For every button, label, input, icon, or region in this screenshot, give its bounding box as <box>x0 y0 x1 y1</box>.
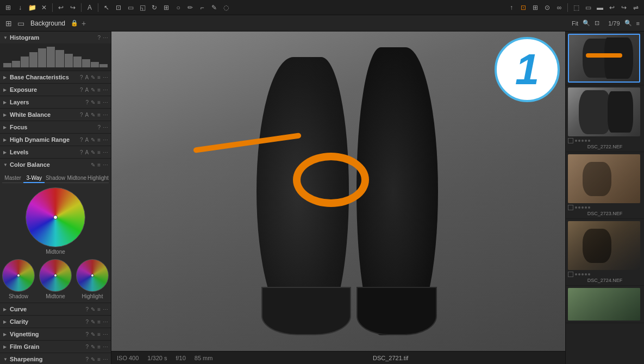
hdr-help-icon[interactable]: ? <box>79 137 84 143</box>
select-icon[interactable]: ↖ <box>102 3 111 12</box>
master-color-wheel[interactable] <box>26 187 85 247</box>
monitor-icon[interactable]: ▭ <box>583 3 593 12</box>
panel-header-clarity[interactable]: ▶ Clarity ? ✎ ≡ ⋯ <box>0 316 111 328</box>
lines-icon[interactable]: ⊞ <box>161 3 171 12</box>
thumb-checkbox-4[interactable] <box>568 272 573 277</box>
cb-edit-icon[interactable]: ✎ <box>90 162 96 168</box>
thumbnail-item-2[interactable]: DSC_2722.NEF <box>566 85 644 152</box>
exposure-help-icon[interactable]: ? <box>79 87 84 93</box>
panel-header-focus[interactable]: ▶ Focus ? ⋯ <box>0 121 111 133</box>
grid-mode-icon[interactable]: ⊞ <box>4 19 13 28</box>
transform-icon[interactable]: ◱ <box>137 3 147 12</box>
highlight-color-wheel[interactable] <box>76 259 109 292</box>
panel-header-film-grain[interactable]: ▶ Film Grain ? ✎ ≡ ⋯ <box>0 341 111 353</box>
brush-icon[interactable]: ⌐ <box>197 3 207 12</box>
panel-header-color-balance[interactable]: ▼ Color Balance ✎ ≡ ⋯ <box>0 159 111 171</box>
base-list-icon[interactable]: ≡ <box>97 74 101 80</box>
back-icon[interactable]: ↩ <box>607 3 617 12</box>
tab-shadow[interactable]: Shadow <box>45 174 66 183</box>
cb-menu-icon[interactable]: ⋯ <box>102 162 109 168</box>
tab-3way[interactable]: 3-Way <box>23 174 45 183</box>
badge-icon[interactable]: ⊡ <box>518 3 528 12</box>
thumbnail-item-4[interactable]: DSC_2724.NEF <box>566 219 644 286</box>
thumbnail-item-3[interactable]: DSC_2723.NEF <box>566 152 644 219</box>
pen-icon[interactable]: ✏ <box>185 3 195 12</box>
base-A-icon[interactable]: A <box>84 74 89 80</box>
layers-edit-icon[interactable]: ✎ <box>90 99 96 105</box>
filter-icon[interactable]: ≡ <box>636 20 640 27</box>
levels-list-icon[interactable]: ≡ <box>97 149 101 155</box>
panel-header-layers[interactable]: ▶ Layers ? ✎ ≡ ⋯ <box>0 96 111 108</box>
clarity-edit-icon[interactable]: ✎ <box>90 319 96 325</box>
exposure-list-icon[interactable]: ≡ <box>97 87 101 93</box>
eraser-icon[interactable]: ◌ <box>221 3 231 12</box>
redo-icon[interactable]: ↪ <box>68 3 78 12</box>
levels-edit-icon[interactable]: ✎ <box>90 149 96 155</box>
vignetting-menu-icon[interactable]: ⋯ <box>102 331 109 337</box>
panel-header-white-balance[interactable]: ▶ White Balance ? A ✎ ≡ ⋯ <box>0 109 111 121</box>
compare-icon[interactable]: ⇌ <box>631 3 641 12</box>
shadow-color-wheel[interactable] <box>2 259 35 292</box>
vignetting-list-icon[interactable]: ≡ <box>97 331 101 337</box>
single-mode-icon[interactable]: ▭ <box>16 19 25 28</box>
panel-header-levels[interactable]: ▶ Levels ? A ✎ ≡ ⋯ <box>0 146 111 158</box>
panel-header-base-characteristics[interactable]: ▶ Base Characteristics ? A ✎ ≡ ⋯ <box>0 71 111 83</box>
focus-help-icon[interactable]: ? <box>97 124 101 130</box>
panel-icon[interactable]: ▬ <box>595 3 605 12</box>
sharp-help-icon[interactable]: ? <box>85 356 90 362</box>
close-icon[interactable]: ✕ <box>39 3 49 12</box>
thumb-checkbox-2[interactable] <box>568 138 573 143</box>
levels-A-icon[interactable]: A <box>84 149 89 155</box>
grid-icon[interactable]: ⊞ <box>530 3 540 12</box>
clarity-help-icon[interactable]: ? <box>85 319 90 325</box>
circle-icon[interactable]: ○ <box>173 3 183 12</box>
panel-header-exposure[interactable]: ▶ Exposure ? A ✎ ≡ ⋯ <box>0 84 111 96</box>
vignetting-help-icon[interactable]: ? <box>85 331 90 337</box>
exposure-edit-icon[interactable]: ✎ <box>90 87 96 93</box>
glasses-icon[interactable]: ⊙ <box>542 3 552 12</box>
expand-icon[interactable]: ⬚ <box>571 3 581 12</box>
hdr-edit-icon[interactable]: ✎ <box>90 137 96 143</box>
upload-icon[interactable]: ↑ <box>507 3 516 12</box>
sharp-edit-icon[interactable]: ✎ <box>90 356 96 362</box>
layers-list-icon[interactable]: ≡ <box>97 99 101 105</box>
fg-edit-icon[interactable]: ✎ <box>90 344 96 350</box>
thumbnail-item-1[interactable] <box>566 32 644 85</box>
histogram-menu-icon[interactable]: ⋯ <box>102 35 109 41</box>
square-icon[interactable]: ▭ <box>126 3 135 12</box>
histogram-help-icon[interactable]: ? <box>97 35 101 41</box>
infinity-icon[interactable]: ∞ <box>554 3 564 12</box>
wb-menu-icon[interactable]: ⋯ <box>102 112 109 118</box>
search-icon[interactable]: 🔍 <box>624 20 632 27</box>
layers-help-icon[interactable]: ? <box>85 99 90 105</box>
levels-menu-icon[interactable]: ⋯ <box>102 149 109 155</box>
fg-help-icon[interactable]: ? <box>85 344 90 350</box>
hdr-list-icon[interactable]: ≡ <box>97 137 101 143</box>
base-menu-icon[interactable]: ⋯ <box>102 74 109 80</box>
tab-highlight[interactable]: Highlight <box>87 174 109 183</box>
clarity-menu-icon[interactable]: ⋯ <box>102 319 109 325</box>
new-icon[interactable]: ⊞ <box>3 3 13 12</box>
rotate-icon[interactable]: ↻ <box>149 3 159 12</box>
wb-help-icon[interactable]: ? <box>79 112 84 118</box>
sharp-menu-icon[interactable]: ⋯ <box>102 356 109 362</box>
sharp-list-icon[interactable]: ≡ <box>97 356 101 362</box>
wb-list-icon[interactable]: ≡ <box>97 112 101 118</box>
layers-menu-icon[interactable]: ⋯ <box>102 99 109 105</box>
thumb-checkbox-3[interactable] <box>568 205 573 210</box>
panel-header-vignetting[interactable]: ▶ Vignetting ? ✎ ≡ ⋯ <box>0 328 111 340</box>
hdr-A-icon[interactable]: A <box>84 137 89 143</box>
wb-edit-icon[interactable]: ✎ <box>90 112 96 118</box>
tab-master[interactable]: Master <box>2 174 23 183</box>
undo-icon[interactable]: ↩ <box>56 3 66 12</box>
midtone-color-wheel[interactable] <box>39 259 72 292</box>
wb-A-icon[interactable]: A <box>84 112 89 118</box>
panel-header-curve[interactable]: ▶ Curve ? ✎ ≡ ⋯ <box>0 303 111 315</box>
vignetting-edit-icon[interactable]: ✎ <box>90 331 96 337</box>
clarity-list-icon[interactable]: ≡ <box>97 319 101 325</box>
fg-list-icon[interactable]: ≡ <box>97 344 101 350</box>
exposure-A-icon[interactable]: A <box>84 87 89 93</box>
layer-name[interactable]: Background <box>30 20 65 27</box>
view-options-icon[interactable]: ⊡ <box>595 20 599 27</box>
pencil-icon[interactable]: ✎ <box>209 3 219 12</box>
